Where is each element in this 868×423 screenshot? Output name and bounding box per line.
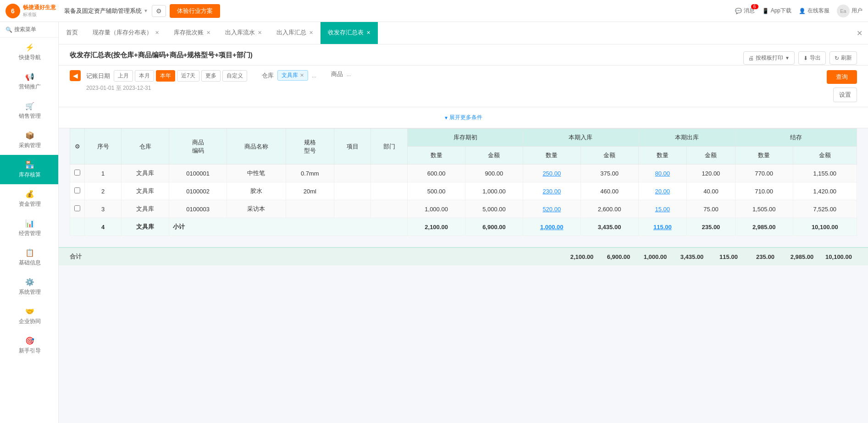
row1-out-qty[interactable]: 80.00 — [638, 165, 687, 182]
filter-toggle-button[interactable]: ◀ — [70, 70, 81, 81]
date-btn-7days[interactable]: 近7天 — [177, 70, 199, 82]
sidebar-item-label: 新手引导 — [19, 347, 41, 355]
tab-stock-dist[interactable]: 现存量（库存分布表） ✕ — [85, 22, 166, 44]
tab-close-summary[interactable]: ✕ — [309, 30, 313, 36]
date-btn-custom[interactable]: 自定义 — [222, 70, 247, 82]
col-settings[interactable]: ⚙ — [70, 129, 85, 165]
col-no: 序号 — [85, 129, 122, 165]
sidebar-item-label: 营销推广 — [19, 83, 41, 91]
service-icon: 👤 — [799, 8, 806, 14]
date-btn-last-month[interactable]: 上月 — [114, 70, 133, 82]
row3-code: 0100003 — [169, 200, 227, 218]
chevron-down-icon: ▼ — [785, 55, 790, 60]
query-button[interactable]: 查询 — [827, 70, 857, 84]
sidebar-item-sales[interactable]: 🛒 销售管理 — [0, 96, 58, 126]
row1-in-qty[interactable]: 250.00 — [523, 165, 581, 182]
total-close-amt: 10,100.00 — [820, 253, 857, 260]
tab-batch[interactable]: 库存批次账 ✕ — [166, 22, 218, 44]
sidebar-item-finance[interactable]: 💰 资金管理 — [0, 184, 58, 214]
message-button[interactable]: 💬 消息 6 — [735, 7, 755, 15]
total-label: 合计 — [70, 253, 161, 261]
total-close-qty: 2,985.00 — [784, 253, 820, 260]
row1-project — [334, 165, 371, 182]
row3-close-qty: 1,505.00 — [735, 200, 793, 218]
row1-dept — [371, 165, 408, 182]
row1-opening-amt: 900.00 — [465, 165, 523, 182]
sidebar-item-marketing[interactable]: 📢 营销推广 — [0, 67, 58, 96]
settings-button-filter[interactable]: 设置 — [833, 88, 857, 102]
sidebar-search[interactable]: 🔍 搜索菜单 — [0, 22, 58, 38]
row2-close-qty: 710.00 — [735, 182, 793, 200]
total-in-qty: 1,000.00 — [637, 253, 674, 260]
tab-recv-send[interactable]: 收发存汇总表 ✕ — [321, 22, 378, 44]
sidebar-item-enterprise[interactable]: 🤝 企业协同 — [0, 302, 58, 331]
row2-project — [334, 182, 371, 200]
expand-conditions-button[interactable]: ▾ 展开更多条件 — [445, 114, 482, 121]
sidebar-item-system[interactable]: ⚙️ 系统管理 — [0, 272, 58, 302]
refresh-icon: ↻ — [835, 55, 839, 61]
row2-out-qty[interactable]: 20.00 — [638, 182, 687, 200]
sidebar-item-operations[interactable]: 📊 经营管理 — [0, 214, 58, 243]
sidebar-item-basic-info[interactable]: 📋 基础信息 — [0, 243, 58, 272]
sidebar-item-label: 快捷导航 — [19, 54, 41, 61]
row2-check[interactable] — [70, 182, 85, 200]
goods-more[interactable]: ... — [347, 71, 351, 77]
row2-opening-qty: 500.00 — [408, 182, 465, 200]
warehouse-more[interactable]: ... — [312, 72, 316, 79]
download-icon: 📱 — [762, 8, 769, 14]
subtotal-check — [70, 218, 85, 236]
col-group-out: 本期出库 — [638, 129, 735, 147]
tab-close-recv-send[interactable]: ✕ — [366, 30, 370, 36]
date-btn-this-month[interactable]: 本月 — [135, 70, 154, 82]
online-service-button[interactable]: 👤 在线客服 — [799, 7, 829, 15]
tab-close-flow[interactable]: ✕ — [258, 30, 262, 36]
date-label: 记账日期 — [86, 72, 110, 80]
tab-flow[interactable]: 出入库流水 ✕ — [218, 22, 269, 44]
sidebar-item-guide[interactable]: 🎯 新手引导 — [0, 331, 58, 360]
user-button[interactable]: Ea 用户 — [837, 5, 862, 17]
subtotal-out-qty[interactable]: 115.00 — [638, 218, 687, 236]
sidebar-item-inventory[interactable]: 🏪 库存核算 — [0, 155, 58, 184]
data-table: ⚙ 序号 仓库 商品编码 商品名称 规格型号 项目 部门 库存期初 本期入库 本 — [70, 128, 857, 236]
sidebar-item-purchase[interactable]: 📦 采购管理 — [0, 126, 58, 155]
cart-icon: 🛒 — [25, 102, 34, 110]
tab-close-stock-dist[interactable]: ✕ — [155, 30, 159, 36]
logo-text: 畅捷通好生意 标准版 — [23, 4, 56, 18]
row3-check[interactable] — [70, 200, 85, 218]
row3-dept — [371, 200, 408, 218]
col-opening-amt: 金额 — [465, 147, 523, 165]
page-footer: 合计 2,100.00 6,900.00 1,000.00 3,435.00 1… — [59, 247, 868, 265]
refresh-button[interactable]: ↻ 刷新 — [829, 51, 857, 65]
export-button[interactable]: ⬇ 导出 — [798, 51, 826, 65]
date-btn-this-year[interactable]: 本年 — [156, 70, 175, 82]
store-icon: 🏪 — [25, 160, 34, 169]
row2-in-qty[interactable]: 230.00 — [523, 182, 581, 200]
table-row: 1 文具库 0100001 中性笔 0.7mm 600.00 900.00 25… — [70, 165, 857, 182]
logo-char: 6 — [11, 7, 15, 15]
export-icon: ⬇ — [803, 55, 808, 61]
trial-button[interactable]: 体验行业方案 — [170, 4, 220, 18]
subtotal-in-qty[interactable]: 1,000.00 — [523, 218, 581, 236]
logo-area: 6 畅捷通好生意 标准版 — [6, 4, 64, 18]
warehouse-tag: 文具库 ✕ — [277, 70, 308, 81]
sidebar-item-quick-nav[interactable]: ⚡ 快捷导航 — [0, 38, 58, 67]
tab-close-batch[interactable]: ✕ — [206, 30, 210, 36]
tab-summary[interactable]: 出入库汇总 ✕ — [269, 22, 321, 44]
footer-nums: 2,100.00 6,900.00 1,000.00 3,435.00 115.… — [161, 253, 857, 260]
print-button[interactable]: 🖨 按模板打印 ▼ — [743, 51, 795, 65]
app-download-button[interactable]: 📱 App下载 — [762, 7, 791, 15]
row3-out-qty[interactable]: 15.00 — [638, 200, 687, 218]
gear-icon: ⚙️ — [25, 278, 34, 286]
row1-in-amt: 375.00 — [581, 165, 638, 182]
warehouse-tag-close[interactable]: ✕ — [300, 72, 304, 78]
row3-project — [334, 200, 371, 218]
total-in-amt: 3,435.00 — [674, 253, 710, 260]
row3-in-qty[interactable]: 520.00 — [523, 200, 581, 218]
system-select[interactable]: 装备及固定资产辅助管理系统 ▼ — [64, 7, 148, 15]
settings-button[interactable]: ⚙ — [152, 5, 166, 17]
date-btn-more[interactable]: 更多 — [201, 70, 221, 82]
tab-home[interactable]: 首页 — [59, 22, 85, 44]
sidebar-item-label: 经营管理 — [19, 230, 41, 237]
close-all-tabs[interactable]: ✕ — [851, 29, 868, 38]
row1-check[interactable] — [70, 165, 85, 182]
